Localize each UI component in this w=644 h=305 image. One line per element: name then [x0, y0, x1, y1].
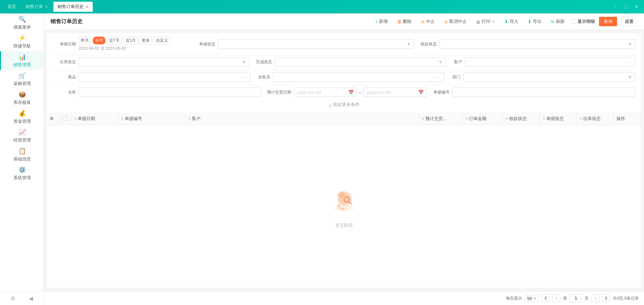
minimize-button[interactable]: － — [611, 3, 619, 11]
sort-customer-icon[interactable]: ⇅ — [188, 117, 191, 120]
warehouse-label: 仓库 — [52, 89, 76, 95]
date-label: 单据日期 — [52, 41, 76, 47]
sidebar-item-sales[interactable]: 📊 销售管理 — [0, 51, 43, 70]
close-button[interactable]: ✕ — [633, 3, 641, 11]
date-yesterday-btn[interactable]: 昨天 — [79, 37, 91, 44]
svg-point-5 — [338, 191, 345, 198]
customer-input[interactable]: ··· — [465, 57, 635, 67]
th-order-amount: ⇅ 订单金额 — [463, 112, 503, 125]
display-detail-checkbox[interactable]: 显示明细 — [571, 18, 595, 25]
cancel-stop-button[interactable]: ⊘ 取消中止 — [441, 17, 469, 26]
product-input[interactable]: ··· — [79, 72, 251, 82]
delete-button[interactable]: 🗑 删除 — [394, 17, 414, 26]
warehouse-input[interactable]: ··· — [79, 87, 262, 97]
tab-home[interactable]: 首页 — [3, 2, 20, 12]
sidebar-settings-icon[interactable]: ⚙ — [10, 295, 15, 302]
prev-page-button[interactable]: ‹ — [552, 294, 560, 302]
department-input[interactable]: ▼ — [463, 72, 635, 82]
sidebar-item-search[interactable]: 🔍 搜索菜单 — [0, 13, 43, 32]
total-records: 共0页,0条记录 — [613, 296, 639, 301]
tab-sales-order[interactable]: 销售订单 ✕ — [22, 2, 52, 12]
sidebar-item-system[interactable]: ⚙️ 系统管理 — [0, 164, 43, 183]
date-today-btn[interactable]: 今天 — [93, 37, 105, 44]
customer-dots-icon[interactable]: ··· — [626, 60, 632, 65]
bill-status-input[interactable]: ▼ — [218, 39, 414, 49]
sort-expected-icon[interactable]: ⇅ — [422, 117, 424, 120]
refresh-button[interactable]: ↻ 刷新 — [548, 17, 567, 26]
page-size-select[interactable]: 50 ▼ — [525, 295, 539, 302]
page-number-input[interactable] — [570, 294, 582, 302]
bill-number-input[interactable] — [452, 87, 635, 97]
close-tab-history[interactable]: ✕ — [86, 5, 89, 9]
settings-button[interactable]: 设置 — [621, 17, 637, 26]
svg-point-6 — [339, 207, 345, 210]
sidebar-item-finance[interactable]: 💰 资金管理 — [0, 108, 43, 126]
sidebar-item-quick-nav[interactable]: ⚡ 快捷导航 — [0, 32, 43, 51]
print-button[interactable]: 🖨 打印 ▼ — [473, 17, 498, 26]
th-date: ⇅ 单据日期 — [71, 112, 118, 125]
th-bill-no: ⇅ 单据编号 — [118, 112, 185, 125]
page-size-label: 每页显示 — [506, 296, 522, 301]
salesperson-dots-icon[interactable]: ··· — [435, 75, 442, 80]
next-page-button[interactable]: › — [591, 294, 599, 302]
sidebar-item-inventory[interactable]: 📦 库存核算 — [0, 89, 43, 108]
page-label: 页 — [585, 296, 589, 301]
date-7days-btn[interactable]: 近7天 — [107, 37, 122, 44]
table-area: ⚙ ⇅ 单据日期 ⇅ 单据编号 ⇅ 客户 ⇅ — [47, 112, 641, 288]
sort-payment-icon[interactable]: ⇅ — [506, 117, 508, 120]
content-area: 销售订单历史 + 新增 🗑 删除 ⊘ 中止 ⊘ 取消中止 — [44, 13, 644, 305]
date-end-calendar-icon[interactable]: 📅 — [418, 90, 424, 95]
close-tab-sales-order[interactable]: ✕ — [45, 5, 48, 9]
filter-row-4: 仓库 ··· 预计交货日期 yyyy-mm-dd 📅 — yyyy-mm-dd … — [52, 87, 635, 97]
empty-state: 暂无数据 — [327, 185, 361, 228]
table-header: ⚙ ⇅ 单据日期 ⇅ 单据编号 ⇅ 客户 ⇅ — [47, 112, 641, 125]
complete-status-arrow: ▼ — [438, 60, 443, 65]
th-bill-status: ⇅ 单据状态 — [540, 112, 577, 125]
expected-date-end-input[interactable]: yyyy-mm-dd 📅 — [364, 87, 427, 97]
expected-date-group: yyyy-mm-dd 📅 — yyyy-mm-dd 📅 — [294, 87, 427, 97]
warehouse-dots-icon[interactable]: ··· — [252, 90, 259, 95]
sidebar-item-purchase[interactable]: 🛒 采购管理 — [0, 70, 43, 89]
payment-status-input[interactable]: ▼ — [439, 39, 635, 49]
stop-button[interactable]: ⊘ 中止 — [418, 17, 437, 26]
sort-billno-icon[interactable]: ⇅ — [121, 117, 124, 120]
sidebar-item-management[interactable]: 📈 经营管理 — [0, 126, 43, 145]
product-dots-icon[interactable]: ··· — [241, 75, 248, 80]
cancel-stop-icon: ⊘ — [444, 19, 448, 24]
import-button[interactable]: ⬇ 导入 — [502, 17, 521, 26]
system-icon: ⚙️ — [18, 166, 26, 174]
maximize-button[interactable]: □ — [622, 3, 630, 11]
date-1month-btn[interactable]: 近1月 — [123, 37, 138, 44]
query-button[interactable]: 查询 — [599, 17, 617, 26]
last-page-button[interactable]: ⟫ — [602, 294, 610, 302]
jump-label: 第 — [563, 296, 567, 301]
salesperson-input[interactable]: ··· — [273, 72, 445, 82]
collapse-bar[interactable]: △ 收起更多条件 — [52, 100, 635, 109]
date-start-calendar-icon[interactable]: 📅 — [348, 90, 354, 95]
date-custom-btn[interactable]: 自定义 — [154, 37, 170, 44]
complete-status-input[interactable]: ▼ — [275, 57, 445, 67]
th-settings[interactable]: ⚙ — [47, 112, 60, 125]
tab-sales-order-history[interactable]: 销售订单历史 ✕ — [53, 2, 93, 12]
purchase-icon: 🛒 — [18, 72, 26, 79]
department-label: 部门 — [447, 74, 461, 80]
sort-bill-status-icon[interactable]: ⇅ — [543, 117, 545, 120]
sort-warehouse-icon[interactable]: ⇅ — [579, 117, 582, 120]
expected-date-start-input[interactable]: yyyy-mm-dd 📅 — [294, 87, 357, 97]
sort-date-icon[interactable]: ⇅ — [74, 117, 77, 120]
sidebar-item-basic-info[interactable]: 📋 基础信息 — [0, 145, 43, 164]
th-checkbox[interactable] — [60, 112, 71, 125]
settings-gear-icon: ⚙ — [50, 116, 54, 121]
first-page-button[interactable]: ⟪ — [542, 294, 550, 302]
delete-icon: 🗑 — [397, 19, 401, 24]
sidebar-collapse-icon[interactable]: ◀ — [29, 295, 33, 302]
export-button[interactable]: ⬆ 导出 — [525, 17, 544, 26]
salesperson-label: 业务员 — [253, 74, 270, 80]
date-more-btn[interactable]: 更多 — [139, 37, 152, 44]
basic-info-icon: 📋 — [18, 147, 26, 155]
finance-icon: 💰 — [18, 110, 26, 117]
new-button[interactable]: + 新增 — [373, 17, 391, 26]
warehouse-status-input[interactable]: ▼ — [79, 57, 249, 67]
sort-amount-icon[interactable]: ⇅ — [465, 117, 468, 120]
select-all-checkbox[interactable] — [63, 116, 68, 121]
